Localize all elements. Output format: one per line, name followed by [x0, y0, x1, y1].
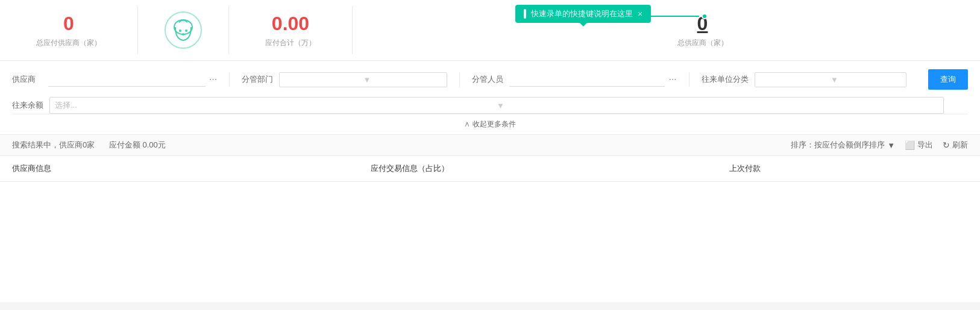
stat-payable-total-value: 0.00	[272, 12, 309, 35]
refresh-icon: ↻	[943, 140, 950, 150]
table-header: 供应商信息 应付交易信息（占比） 上次付款	[0, 156, 980, 182]
col-header-supplier-info: 供应商信息	[12, 163, 371, 174]
department-field: 分管部门 ▼	[242, 72, 459, 87]
svg-point-4	[182, 33, 184, 36]
tooltip-close-btn[interactable]: ×	[638, 9, 642, 19]
stat-total-suppliers-label: 总供应商（家）	[677, 38, 728, 48]
col-header-last-payment: 上次付款	[729, 163, 969, 174]
search-row-2: 往来余额 选择... ▼	[12, 97, 968, 114]
query-button[interactable]: 查询	[928, 69, 968, 90]
person-input[interactable]	[509, 72, 665, 87]
tooltip-connector	[651, 13, 708, 19]
balance-field: 往来余额 选择... ▼	[12, 97, 956, 114]
svg-point-2	[179, 29, 181, 32]
sort-label: 排序：按应付会额倒序排序	[791, 140, 885, 150]
refresh-btn[interactable]: ↻ 刷新	[943, 140, 968, 150]
table-body	[0, 182, 980, 302]
balance-placeholder: 选择...	[55, 100, 497, 111]
search-row-1: 供应商 ··· 分管部门 ▼ 分管人员 ··· 往来单位分类 ▼	[12, 69, 968, 90]
supplier-field: 供应商 ···	[12, 72, 230, 87]
result-info: 搜索结果中，供应商0家 应付金额 0.00元	[12, 140, 166, 150]
department-arrow-icon: ▼	[363, 75, 441, 84]
export-icon: ⬜	[905, 140, 915, 150]
svg-point-0	[165, 12, 201, 48]
bag-icon	[162, 9, 204, 51]
supplier-input[interactable]	[48, 72, 206, 87]
person-dots-btn[interactable]: ···	[668, 74, 676, 85]
top-stats-bar: 0 总应付供应商（家） 0.00 应付合计（万） 快速录单的快捷键说明在这里 ×…	[0, 0, 980, 61]
result-amount: 应付金额 0.00元	[109, 140, 166, 149]
supplier-dots-btn[interactable]: ···	[209, 74, 217, 85]
department-label: 分管部门	[242, 74, 273, 85]
collapse-label: ∧ 收起更多条件	[464, 120, 515, 128]
unit-category-arrow-icon: ▼	[831, 75, 901, 84]
balance-label: 往来余额	[12, 100, 43, 111]
search-area: 供应商 ··· 分管部门 ▼ 分管人员 ··· 往来单位分类 ▼	[0, 61, 980, 135]
stat-payable-total-label: 应付合计（万）	[265, 38, 316, 48]
sort-select[interactable]: 排序：按应付会额倒序排序 ▼	[791, 140, 895, 150]
svg-point-3	[185, 29, 187, 32]
result-bar: 搜索结果中，供应商0家 应付金额 0.00元 排序：按应付会额倒序排序 ▼ ⬜ …	[0, 135, 980, 156]
person-label: 分管人员	[472, 74, 503, 85]
tooltip-text: 快速录单的快捷键说明在这里	[531, 8, 633, 19]
person-field: 分管人员 ···	[472, 72, 689, 87]
stat-payable-total: 0.00 应付合计（万）	[229, 6, 353, 54]
result-text: 搜索结果中，供应商0家	[12, 140, 95, 149]
unit-category-label: 往来单位分类	[702, 74, 749, 85]
shortcut-tooltip[interactable]: 快速录单的快捷键说明在这里 ×	[515, 5, 651, 23]
icon-divider	[138, 6, 229, 54]
stat-total-payable-value: 0	[63, 12, 74, 35]
balance-dropdown[interactable]: 选择... ▼	[49, 97, 944, 114]
tooltip-bar-icon	[524, 9, 526, 19]
col-header-transaction-info: 应付交易信息（占比）	[371, 163, 729, 174]
stat-total-payable-suppliers: 0 总应付供应商（家）	[0, 6, 138, 54]
collapse-bar[interactable]: ∧ 收起更多条件	[12, 114, 968, 134]
refresh-label: 刷新	[952, 140, 968, 150]
department-dropdown[interactable]: ▼	[279, 72, 447, 87]
result-actions: 排序：按应付会额倒序排序 ▼ ⬜ 导出 ↻ 刷新	[791, 140, 968, 150]
supplier-label: 供应商	[12, 74, 42, 85]
stat-total-payable-label: 总应付供应商（家）	[36, 38, 101, 48]
unit-category-dropdown[interactable]: ▼	[755, 72, 906, 87]
export-btn[interactable]: ⬜ 导出	[905, 140, 933, 150]
export-label: 导出	[917, 140, 933, 150]
svg-point-1	[174, 20, 192, 34]
sort-arrow-icon: ▼	[887, 141, 895, 150]
balance-arrow-icon: ▼	[497, 101, 938, 110]
unit-category-field: 往来单位分类 ▼	[702, 72, 919, 87]
